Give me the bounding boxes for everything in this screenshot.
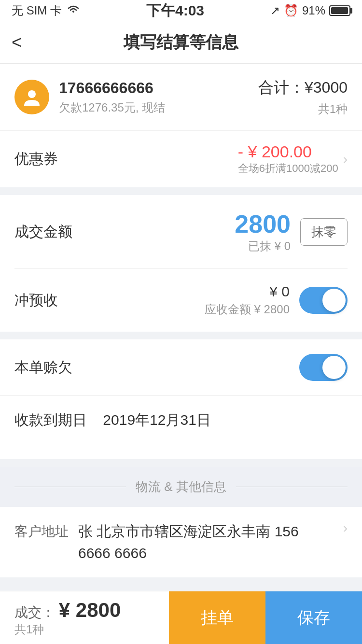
divider-line-left [14,487,126,487]
prepay-toggle[interactable] [299,287,348,314]
bottom-trans-row: 成交： ¥ 2800 [14,599,154,622]
svg-point-0 [28,90,36,98]
nav-bar: < 填写结算等信息 [0,21,362,64]
round-off-button[interactable]: 抹零 [300,218,348,246]
status-right: ↗ ⏰ 91% [270,4,350,17]
user-debt: 欠款1276.35元, 现结 [59,100,165,115]
prepay-label: 冲预收 [14,291,58,310]
due-date-label: 收款到期日 2019年12月31日 [14,412,211,428]
status-time: 下午4:03 [146,1,204,21]
status-left: 无 SIM 卡 [12,3,80,18]
coupon-desc: 全场6折满1000减200 [238,161,338,176]
toggle-thumb [322,289,346,312]
prepay-right: ¥ 0 应收金额 ¥ 2800 [205,283,290,317]
coupon-label: 优惠券 [14,149,58,169]
bottom-count: 共1种 [14,622,154,637]
total-count: 共1种 [258,101,348,117]
status-bar: 无 SIM 卡 下午4:03 ↗ ⏰ 91% [0,0,362,21]
total-amount: 合计：¥3000 [258,77,348,98]
debt-row: 本单赊欠 [0,339,362,395]
coupon-amount: - ¥ 200.00 [238,142,338,161]
bottom-trans-label: 成交： [14,605,55,620]
save-button[interactable]: 保存 [265,591,362,644]
due-date-value: 2019年12月31日 [103,412,210,428]
logistics-divider: 物流 & 其他信息 [0,467,362,507]
battery-icon [329,5,350,16]
deal-amount-right: 2800 已抹 ¥ 0 抹零 [235,210,348,254]
due-date-row: 收款到期日 2019年12月31日 [0,395,362,459]
prepay-row: 冲预收 ¥ 0 应收金额 ¥ 2800 [14,269,348,332]
address-value: 张 北京市市辖区海淀区永丰南 156 6666 6666 [78,520,334,564]
content: 17666666666 欠款1276.35元, 现结 合计：¥3000 共1种 … [0,64,362,643]
user-left: 17666666666 欠款1276.35元, 现结 [14,79,165,115]
bottom-amount: ¥ 2800 [59,599,121,621]
chevron-right-icon: › [343,152,348,167]
battery-percent: 91% [302,4,325,17]
deal-amount-label: 成交金额 [14,222,72,242]
amount-section: 成交金额 2800 已抹 ¥ 0 抹零 冲预收 ¥ 0 应收金额 ¥ 2800 [0,195,362,332]
prepay-amount-sub: 应收金额 ¥ 2800 [205,302,290,317]
debt-toggle-thumb [322,356,346,379]
debt-label: 本单赊欠 [14,358,72,378]
deal-amount-row: 成交金额 2800 已抹 ¥ 0 抹零 [14,195,348,269]
carrier-text: 无 SIM 卡 [12,3,62,18]
deal-amount-sub: 已抹 ¥ 0 [235,238,291,254]
hold-order-button[interactable]: 挂单 [169,591,265,644]
deal-amount-value: 2800 [235,210,291,238]
user-phone: 17666666666 [59,79,165,97]
user-totals: 合计：¥3000 共1种 [258,77,348,117]
bottom-bar: 成交： ¥ 2800 共1种 挂单 保存 [0,591,362,644]
prepay-amount: ¥ 0 [205,283,290,300]
address-section[interactable]: 客户地址 张 北京市市辖区海淀区永丰南 156 6666 6666 › [0,507,362,577]
alarm-icon: ⏰ [284,4,298,17]
avatar [14,80,49,114]
bottom-summary: 成交： ¥ 2800 共1种 [0,599,169,637]
coupon-row[interactable]: 优惠券 - ¥ 200.00 全场6折满1000减200 › [0,130,362,187]
divider-line-right [236,487,348,487]
back-button[interactable]: < [12,32,22,53]
address-chevron-icon: › [343,520,348,536]
page-title: 填写结算等信息 [124,31,238,54]
debt-toggle[interactable] [299,354,348,381]
debt-section: 本单赊欠 收款到期日 2019年12月31日 [0,339,362,459]
address-label: 客户地址 [14,520,69,541]
due-date-content: 收款到期日 2019年12月31日 [14,396,348,445]
user-section: 17666666666 欠款1276.35元, 现结 合计：¥3000 共1种 … [0,64,362,187]
user-info: 17666666666 欠款1276.35元, 现结 [59,79,165,115]
user-row: 17666666666 欠款1276.35元, 现结 合计：¥3000 共1种 [0,64,362,130]
coupon-right: - ¥ 200.00 全场6折满1000减200 › [238,142,348,176]
wifi-icon [67,4,80,17]
location-icon: ↗ [270,4,280,17]
address-row[interactable]: 客户地址 张 北京市市辖区海淀区永丰南 156 6666 6666 › [0,507,362,577]
logistics-label: 物流 & 其他信息 [136,478,226,495]
